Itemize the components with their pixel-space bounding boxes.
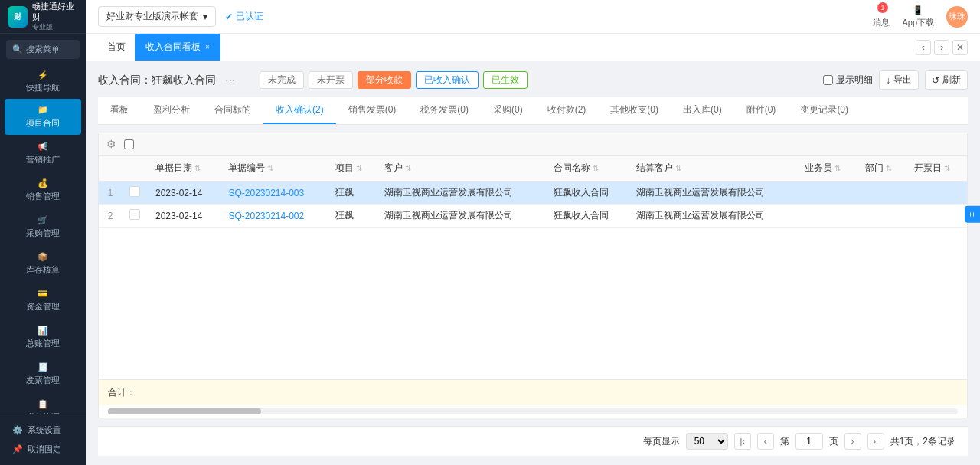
tabbar: 首页 收入合同看板 × ‹ › ✕ <box>86 34 980 61</box>
status-partial-receipt[interactable]: 部分收款 <box>358 71 411 89</box>
tab-board[interactable]: 看板 <box>98 97 141 124</box>
row-2-order-no[interactable]: SQ-20230214-002 <box>220 205 327 228</box>
contract-name: 狂飙收入合同 <box>152 74 216 86</box>
tab-next-button[interactable]: › <box>934 40 949 55</box>
col-num <box>99 156 122 182</box>
message-badge: 1 <box>877 2 888 13</box>
invoice-icon: 🧾 <box>38 362 48 372</box>
col-invoice-date-sort[interactable]: ⇅ <box>944 164 950 172</box>
page-total: 共1页，2条记录 <box>890 435 956 448</box>
company-selector[interactable]: 好业财专业版演示帐套 ▾ <box>98 6 216 27</box>
tab-change-log[interactable]: 变更记录(0) <box>788 97 861 124</box>
topbar-right: ✉ 1 消息 📱 App下载 珠珠 <box>873 5 968 28</box>
row-2-invoice-date <box>906 205 967 228</box>
table-row[interactable]: 1 2023-02-14 SQ-20230214-003 狂飙 湖南卫视商业运营… <box>99 182 967 205</box>
per-page-select[interactable]: 50 100 200 <box>686 433 728 450</box>
tax-icon: 📋 <box>38 399 48 409</box>
project-contract-label: 项目合同 <box>26 117 60 129</box>
sidebar-item-purchase[interactable]: 🛒 采购管理 <box>5 209 81 245</box>
last-page-button[interactable]: ›| <box>867 433 884 450</box>
search-menu-label: 搜索菜单 <box>26 44 60 55</box>
select-all-checkbox[interactable] <box>124 139 134 149</box>
table-scroll-area[interactable]: 单据日期 ⇅ 单据编号 ⇅ <box>99 156 967 379</box>
page-input[interactable] <box>795 433 823 450</box>
col-billing-customer-label: 结算客户 <box>636 162 673 175</box>
tab-profit-analysis[interactable]: 盈利分析 <box>141 97 202 124</box>
tab-warehouse[interactable]: 出入库(0) <box>671 97 734 124</box>
tab-close-icon[interactable]: × <box>205 43 210 51</box>
sidebar-item-quick-nav[interactable]: ⚡ 快捷导航 <box>5 66 81 98</box>
tab-sales-invoice[interactable]: 销售发票(0) <box>336 97 409 124</box>
sidebar-item-invoice[interactable]: 🧾 发票管理 <box>5 356 81 392</box>
tab-home[interactable]: 首页 <box>98 34 135 61</box>
col-salesperson-sort[interactable]: ⇅ <box>835 164 841 172</box>
tab-other-income[interactable]: 其他收支(0) <box>598 97 671 124</box>
sales-label: 销售管理 <box>26 191 60 202</box>
next-page-button[interactable]: › <box>844 433 861 450</box>
tab-close-all-button[interactable]: ✕ <box>952 40 968 55</box>
row-2-department <box>858 205 907 228</box>
search-menu-button[interactable]: 🔍 搜索菜单 <box>6 40 80 59</box>
status-revenue-confirmed[interactable]: 已收入确认 <box>416 71 479 89</box>
tab-payment[interactable]: 收付款(2) <box>535 97 599 124</box>
status-effective[interactable]: 已生效 <box>483 71 528 89</box>
status-incomplete[interactable]: 未完成 <box>260 71 304 89</box>
sidebar-item-project-contract[interactable]: 📁 项目合同 <box>5 99 81 135</box>
table-row[interactable]: 2 2023-02-14 SQ-20230214-002 狂飙 湖南卫视商业运营… <box>99 205 967 228</box>
sidebar-item-sales[interactable]: 💰 销售管理 <box>5 172 81 208</box>
more-options-icon[interactable]: ··· <box>225 74 235 87</box>
row-2-checkbox[interactable] <box>129 209 140 220</box>
row-1-num: 1 <box>99 182 122 205</box>
col-order-sort[interactable]: ⇅ <box>267 164 273 172</box>
col-date-sort[interactable]: ⇅ <box>194 164 201 172</box>
settings-label: 系统设置 <box>28 424 61 436</box>
finance-label: 资金管理 <box>26 301 60 313</box>
export-button[interactable]: ↓ 导出 <box>879 70 919 90</box>
sidebar-item-inventory[interactable]: 📦 库存核算 <box>5 246 81 282</box>
horizontal-scrollbar[interactable] <box>108 408 958 414</box>
status-uninvoiced[interactable]: 未开票 <box>309 71 353 89</box>
sidebar-item-tax[interactable]: 📋 税务管理 <box>5 393 81 414</box>
show-detail-checkbox[interactable] <box>823 75 833 85</box>
user-avatar[interactable]: 珠珠 <box>946 6 968 28</box>
tab-purchase[interactable]: 采购(0) <box>481 97 535 124</box>
show-detail-checkbox-label[interactable]: 显示明细 <box>823 74 873 87</box>
tab-contract-subject[interactable]: 合同标的 <box>202 97 263 124</box>
tab-prev-button[interactable]: ‹ <box>916 40 931 55</box>
row-2-billing-customer: 湖南卫视商业运营发展有限公司 <box>629 205 798 228</box>
col-date-label: 单据日期 <box>155 162 192 175</box>
col-contract-name-sort[interactable]: ⇅ <box>593 164 599 172</box>
row-1-billing-customer: 湖南卫视商业运营发展有限公司 <box>629 182 798 205</box>
first-page-button[interactable]: |‹ <box>734 433 751 450</box>
row-1-checkbox[interactable] <box>129 186 140 197</box>
tab-nav-buttons: ‹ › ✕ <box>916 40 968 55</box>
sidebar-item-unpin[interactable]: 📌 取消固定 <box>6 440 80 459</box>
tab-revenue-confirm[interactable]: 收入确认(2) <box>263 97 336 124</box>
sidebar-item-ledger[interactable]: 📊 总账管理 <box>5 319 81 355</box>
message-button[interactable]: ✉ 1 消息 <box>873 5 890 28</box>
table-settings-icon[interactable]: ⚙ <box>106 138 116 150</box>
col-project-sort[interactable]: ⇅ <box>356 164 362 172</box>
pagination: 每页显示 50 100 200 |‹ ‹ 第 页 › ›| 共1页，2条记录 <box>98 426 968 456</box>
prev-page-button[interactable]: ‹ <box>757 433 774 450</box>
sidebar-item-settings[interactable]: ⚙️ 系统设置 <box>6 421 80 440</box>
contract-title: 收入合同：狂飙收入合同 <box>98 74 216 87</box>
col-customer-sort[interactable]: ⇅ <box>405 164 411 172</box>
tab-tax-invoice[interactable]: 税务发票(0) <box>408 97 481 124</box>
sidebar-item-finance[interactable]: 💳 资金管理 <box>5 283 81 319</box>
quick-nav-icon: ⚡ <box>38 70 48 80</box>
sidebar-scroll: 🔍 搜索菜单 ⚡ 快捷导航 📁 项目合同 📢 营销推广 💰 销售管理 🛒 采购管… <box>0 34 86 414</box>
tab-label: 收入合同看板 <box>145 41 201 54</box>
row-2-contract-name: 狂飙收入合同 <box>546 205 629 228</box>
right-sidebar-collapse-button[interactable]: ≡ <box>965 206 980 223</box>
app-download-button[interactable]: 📱 App下载 <box>902 5 934 28</box>
tab-contract-board[interactable]: 收入合同看板 × <box>135 34 220 61</box>
scroll-thumb[interactable] <box>108 408 261 414</box>
refresh-button[interactable]: ↺ 刷新 <box>925 70 968 90</box>
col-billing-sort[interactable]: ⇅ <box>675 164 681 172</box>
col-department-sort[interactable]: ⇅ <box>886 164 892 172</box>
tab-attachments[interactable]: 附件(0) <box>734 97 789 124</box>
row-1-order-no[interactable]: SQ-20230214-003 <box>220 182 327 205</box>
sidebar-item-marketing[interactable]: 📢 营销推广 <box>5 136 81 172</box>
settings-icon: ⚙️ <box>12 425 23 435</box>
